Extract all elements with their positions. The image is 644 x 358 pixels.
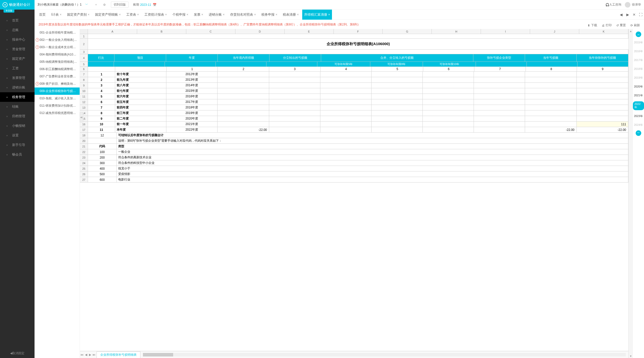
cell[interactable]: 6 (423, 67, 475, 71)
cell[interactable] (372, 105, 423, 110)
row-header[interactable]: 18 (80, 133, 88, 138)
cell[interactable] (165, 62, 216, 67)
col-header[interactable]: A (88, 29, 137, 34)
cell[interactable] (269, 72, 320, 77)
cell[interactable]: 前四年度 (115, 105, 166, 110)
cell[interactable] (216, 62, 267, 67)
row-header[interactable]: 3 (80, 50, 88, 54)
cell[interactable] (88, 62, 114, 67)
cell[interactable]: 2014年度 (166, 83, 218, 88)
close-icon[interactable]: × (297, 13, 299, 16)
collapse-panel-icon[interactable]: ≪ (80, 112, 83, 122)
cell[interactable]: 3 (269, 67, 321, 71)
cell[interactable] (423, 72, 474, 77)
cell[interactable]: 符合条件的高新技术企业 (117, 155, 628, 160)
cell[interactable] (218, 77, 269, 82)
row-header[interactable]: 24 (80, 160, 88, 166)
sheet-prev-icon[interactable]: ◀ (84, 353, 88, 356)
close-icon[interactable]: × (254, 13, 256, 16)
form-item[interactable]: 010-免税、减计收入及加计… (35, 95, 80, 102)
col-header[interactable]: D (235, 29, 285, 34)
form-item[interactable]: 005-纳税调整项目明细表(A1… (35, 58, 80, 66)
close-icon[interactable]: × (119, 13, 121, 16)
cell[interactable]: 受疫情影 (117, 171, 628, 177)
form-item[interactable]: 004-期间费用明细表(A1040… (35, 51, 80, 58)
cell[interactable]: 400 (88, 166, 117, 171)
col-header[interactable]: I (481, 29, 530, 34)
cell[interactable] (527, 62, 578, 67)
row-header[interactable]: 13 (80, 105, 88, 110)
cell[interactable]: 一般企业 (117, 149, 628, 155)
year-2023年[interactable]: 2023年 (633, 112, 644, 121)
sheet-last-icon[interactable]: ⏭ (92, 353, 96, 356)
cell[interactable]: 3 (88, 83, 115, 88)
cell[interactable] (423, 99, 474, 105)
cell[interactable] (269, 83, 320, 88)
row-header[interactable]: 26 (80, 171, 88, 177)
cell[interactable]: 111 (577, 122, 628, 127)
cell[interactable] (320, 122, 372, 127)
row-header[interactable]: 12 (80, 99, 88, 105)
tab-存货别名对照表[interactable]: 存货别名对照表× (228, 10, 258, 20)
cell[interactable] (372, 83, 423, 88)
close-icon[interactable]: × (60, 13, 62, 16)
tab-发票[interactable]: 发票× (192, 10, 205, 20)
cell[interactable]: 2016年度 (166, 94, 218, 99)
cell[interactable] (474, 88, 525, 94)
cell[interactable]: 可弥补年限5年 (317, 62, 370, 67)
calendar-icon[interactable]: 📅 (153, 3, 157, 7)
sidenav-ledger[interactable]: ▫总账 (0, 25, 35, 35)
form-item[interactable]: 002-一般企业收入明细表(A10… (35, 36, 80, 44)
cell[interactable]: 当年亏损额 (525, 54, 577, 62)
form-item[interactable]: 003-一般企业成本支出明细… (35, 44, 80, 51)
row-header[interactable]: 25 (80, 166, 88, 171)
cell[interactable] (372, 72, 423, 77)
cell[interactable] (525, 99, 577, 105)
form-item[interactable]: 011-研发费用加计扣除优惠… (35, 102, 80, 109)
cell[interactable] (218, 83, 269, 88)
cell[interactable] (372, 94, 423, 99)
close-icon[interactable]: × (275, 13, 277, 16)
period-value[interactable]: 2023-11 (140, 3, 151, 7)
cell[interactable] (372, 99, 423, 105)
cell[interactable] (423, 127, 474, 132)
close-icon[interactable]: × (328, 13, 330, 16)
cell[interactable] (474, 127, 525, 132)
cell[interactable] (269, 110, 320, 116)
tab-fullscreen-icon[interactable]: ⛶ (637, 11, 644, 18)
cell[interactable] (423, 116, 474, 121)
cell[interactable] (218, 105, 269, 110)
cell[interactable] (474, 94, 525, 99)
row-header[interactable]: 21 (80, 144, 88, 149)
cell[interactable]: 本年度 (115, 127, 166, 132)
refresh-button[interactable]: ⟳刷新 (630, 23, 640, 27)
cell[interactable] (320, 77, 372, 82)
form-item[interactable]: 007-广告费和业务宣传费跨… (35, 73, 80, 80)
cell[interactable] (218, 122, 269, 127)
sidenav-asset[interactable]: ▫固定资产 (0, 54, 35, 64)
cell[interactable] (218, 99, 269, 105)
cell[interactable] (269, 88, 320, 94)
cell[interactable]: 前十年度 (115, 72, 166, 77)
cell[interactable] (423, 105, 474, 110)
account-settings-icon[interactable]: ⚙ (102, 3, 107, 7)
tab-固定资产类别[interactable]: 固定资产类别× (65, 10, 91, 20)
tab-prev-icon[interactable]: ◀ (618, 11, 624, 18)
form-item[interactable]: 006-职工薪酬纳税调整明细… (35, 66, 80, 73)
cell[interactable]: 说明：第6列"弥补亏损企业类型"需要手动输入对应代码，代码对应关系如下： (117, 138, 628, 143)
cell[interactable] (218, 116, 269, 121)
row-header[interactable]: 6 (80, 67, 88, 71)
cell[interactable]: 10 (88, 122, 115, 127)
user-menu[interactable]: 徐泽华 (625, 2, 641, 8)
sidenav-close[interactable]: ▫结账 (0, 102, 35, 111)
cell[interactable] (577, 110, 628, 116)
cell[interactable] (525, 105, 577, 110)
cell[interactable]: 600 (88, 177, 117, 182)
tab-税务申报[interactable]: 税务申报× (259, 10, 279, 20)
col-header[interactable]: K (579, 29, 628, 34)
cell[interactable]: 6 (88, 99, 115, 105)
year-2021年[interactable]: 2021年 (633, 91, 644, 100)
download-button[interactable]: ⬇下载 (588, 23, 597, 27)
cell[interactable] (218, 72, 269, 77)
sheet-tab[interactable]: 企业所得税弥补亏损明细表 (97, 351, 140, 358)
